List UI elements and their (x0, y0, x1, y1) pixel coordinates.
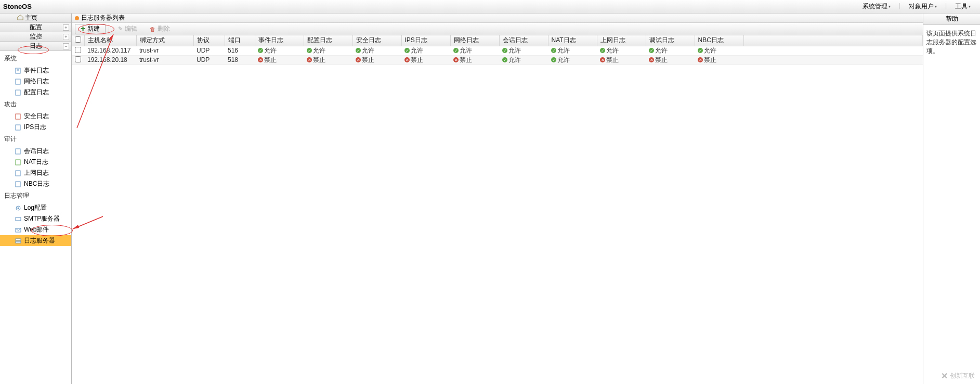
col-network-log[interactable]: 网络日志 (450, 35, 499, 46)
tree-web-mail[interactable]: Web邮件 (0, 224, 71, 235)
new-button[interactable]: ✚ 新建 (75, 24, 106, 34)
tree-item-label: 安全日志 (24, 112, 49, 121)
cell-status: ✕禁止 (597, 55, 646, 65)
row-checkbox[interactable] (75, 47, 81, 53)
tree-nat-log[interactable]: NAT日志 (0, 157, 71, 168)
doc-icon (15, 79, 22, 85)
col-config-log[interactable]: 配置日志 (304, 35, 352, 46)
cell-checkbox[interactable] (72, 46, 84, 55)
doc-icon (15, 148, 22, 155)
cell-spacer (743, 46, 923, 55)
trash-icon: 🗑 (150, 26, 155, 32)
status-label: 允许 (411, 46, 423, 55)
cross-icon: ✕ (307, 57, 312, 62)
check-icon: ✓ (307, 48, 312, 53)
tree-item-label: 上网日志 (24, 169, 49, 177)
tree-event-log[interactable]: 事件日志 (0, 65, 71, 76)
group-audit: 审计 (0, 133, 71, 146)
tree-item-label: Web邮件 (24, 225, 49, 234)
cell-status: ✓允许 (450, 46, 499, 55)
cell-status: ✕禁止 (695, 55, 743, 65)
toolbar: ✚ 新建 ✎ 编辑 🗑 删除 (72, 23, 923, 35)
status-label: 允许 (704, 46, 716, 55)
menu-system-manage[interactable]: 系统管理▾ (860, 2, 893, 11)
cell-checkbox[interactable] (72, 55, 84, 65)
cell-bind-mode: trust-vr (136, 55, 193, 65)
status-label: 允许 (655, 46, 668, 55)
status-label: 禁止 (460, 56, 472, 65)
expand-icon[interactable]: + (63, 34, 69, 40)
check-icon: ✓ (502, 57, 507, 62)
tree-nbc-log[interactable]: NBC日志 (0, 178, 71, 189)
status-label: 允许 (264, 46, 277, 55)
svg-rect-3 (16, 79, 20, 84)
server-icon (15, 238, 22, 244)
doc-icon (15, 68, 22, 74)
status-label: 禁止 (704, 56, 716, 65)
cell-port: 518 (225, 55, 255, 65)
col-online-log[interactable]: 上网日志 (597, 35, 646, 46)
collapse-icon[interactable]: − (63, 43, 69, 49)
tree-security-log[interactable]: 安全日志 (0, 111, 71, 122)
tree-item-label: NAT日志 (24, 158, 48, 167)
col-hostname[interactable]: 主机名称 (84, 35, 136, 46)
tree-network-log[interactable]: 网络日志 (0, 76, 71, 87)
col-security-log[interactable]: 安全日志 (352, 35, 401, 46)
col-bind-mode[interactable]: 绑定方式 (136, 35, 193, 46)
log-server-grid: 主机名称 绑定方式 协议 端口 事件日志 配置日志 安全日志 IPS日志 网络日… (72, 35, 923, 65)
tree-smtp-server[interactable]: SMTP服务器 (0, 213, 71, 224)
delete-button-label: 删除 (158, 24, 170, 33)
tree-config-log[interactable]: 配置日志 (0, 87, 71, 98)
col-protocol[interactable]: 协议 (193, 35, 225, 46)
tree-online-log[interactable]: 上网日志 (0, 168, 71, 178)
check-icon: ✓ (649, 48, 654, 53)
col-port[interactable]: 端口 (225, 35, 255, 46)
table-row[interactable]: 192.168.20.117trust-vrUDP516✓允许✓允许✓允许✓允许… (72, 46, 923, 55)
table-row[interactable]: 192.168.20.18trust-vrUDP518✕禁止✕禁止✕禁止✕禁止✕… (72, 55, 923, 65)
new-button-label: 新建 (87, 24, 100, 33)
app-title: StoneOS (3, 3, 32, 10)
help-tab[interactable]: 帮助 (923, 14, 980, 25)
menu-target-user[interactable]: 对象用户▾ (907, 2, 939, 11)
edit-button[interactable]: ✎ 编辑 (112, 24, 143, 34)
svg-point-12 (18, 207, 19, 209)
tree-ips-log[interactable]: IPS日志 (0, 122, 71, 133)
tree-session-log[interactable]: 会话日志 (0, 146, 71, 157)
col-nat-log[interactable]: NAT日志 (548, 35, 597, 46)
check-icon: ✓ (356, 48, 361, 53)
col-debug-log[interactable]: 调试日志 (646, 35, 695, 46)
doc-icon (15, 159, 22, 165)
tree-log-server[interactable]: 日志服务器 (0, 235, 71, 246)
cell-status: ✕禁止 (450, 55, 499, 65)
expand-icon[interactable]: + (63, 24, 69, 31)
panel-title: 日志服务器列表 (81, 14, 125, 22)
delete-button[interactable]: 🗑 删除 (144, 24, 176, 34)
select-all-checkbox[interactable] (75, 36, 81, 43)
status-label: 允许 (362, 46, 374, 55)
check-icon: ✓ (600, 48, 605, 53)
home-icon (17, 14, 24, 22)
cell-hostname: 192.168.20.18 (84, 55, 136, 65)
check-icon: ✓ (453, 48, 459, 53)
divider: | (899, 2, 900, 11)
svg-rect-8 (16, 160, 20, 165)
nav-config[interactable]: 配置 + (0, 23, 71, 32)
dropdown-arrow-icon: ▾ (888, 4, 891, 9)
status-label: 允许 (606, 46, 619, 55)
nav-monitor[interactable]: 监控 + (0, 32, 71, 42)
svg-rect-6 (16, 125, 20, 130)
nav-log[interactable]: 日志 − (0, 42, 71, 51)
col-ips-log[interactable]: IPS日志 (401, 35, 450, 46)
col-checkbox[interactable] (72, 35, 84, 46)
status-label: 禁止 (362, 56, 374, 65)
col-nbc-log[interactable]: NBC日志 (695, 35, 743, 46)
menu-tools[interactable]: 工具▾ (953, 2, 973, 11)
tree-log-config[interactable]: Log配置 (0, 202, 71, 213)
col-session-log[interactable]: 会话日志 (499, 35, 548, 46)
nav-home[interactable]: 主页 (0, 14, 71, 23)
group-log-manage: 日志管理 (0, 189, 71, 202)
col-event-log[interactable]: 事件日志 (255, 35, 304, 46)
status-label: 禁止 (264, 56, 277, 65)
row-checkbox[interactable] (75, 56, 81, 62)
tree-item-label: SMTP服务器 (24, 214, 60, 223)
